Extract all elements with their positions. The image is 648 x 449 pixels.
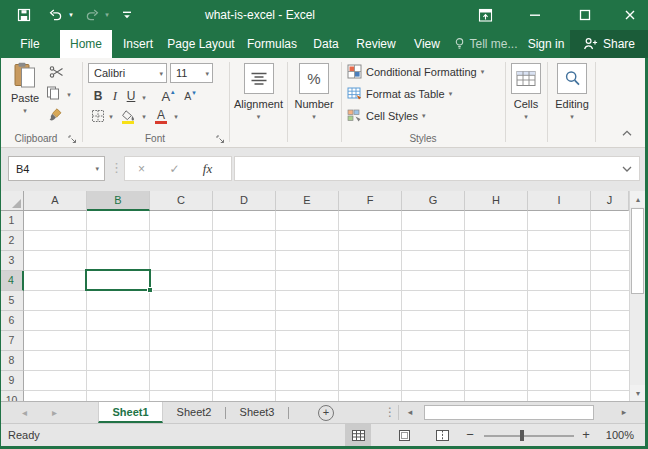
format-as-table-button[interactable]: Format as Table ▾ [347,86,452,101]
column-header-h[interactable]: H [465,191,528,211]
normal-view-button[interactable] [345,424,371,446]
font-dialog-launcher[interactable] [216,135,226,145]
column-header-c[interactable]: C [150,191,213,211]
column-header-f[interactable]: F [339,191,402,211]
close-button[interactable] [614,0,646,30]
collapse-ribbon-button[interactable] [616,126,638,140]
sign-in-button[interactable]: Sign in [522,30,570,58]
page-break-preview-button[interactable] [429,424,455,446]
cancel-button[interactable]: × [125,162,158,176]
alignment-button[interactable]: Alignment ▾ [230,63,287,120]
row-header-2[interactable]: 2 [0,231,24,251]
undo-button[interactable] [46,0,66,30]
bold-button[interactable]: B [90,87,106,105]
scroll-down-button[interactable]: ▾ [630,385,646,401]
borders-dropdown[interactable]: ▾ [106,111,116,121]
maximize-button[interactable] [570,0,600,30]
vertical-scrollbar-thumb[interactable] [631,208,644,294]
number-button[interactable]: % Number ▾ [289,63,339,120]
tell-me-box[interactable]: Tell me... [450,30,522,58]
column-header-j[interactable]: J [591,191,629,211]
name-box[interactable]: B4 ▾ [8,156,105,181]
increase-font-size-button[interactable]: A ▴ [158,87,178,105]
zoom-level[interactable]: 100% [596,424,634,446]
tab-home[interactable]: Home [60,30,112,58]
redo-button[interactable] [82,0,102,30]
scroll-right-button[interactable]: ▸ [616,402,632,423]
underline-button[interactable]: U [124,87,138,105]
fill-handle[interactable] [147,287,153,293]
previous-sheet-button[interactable]: ◂ [22,402,27,423]
row-header-9[interactable]: 9 [0,371,24,391]
row-header-1[interactable]: 1 [0,211,24,231]
clipboard-dialog-launcher[interactable] [68,135,78,145]
tab-data[interactable]: Data [304,30,348,58]
scroll-left-button[interactable]: ◂ [402,402,418,423]
share-button[interactable]: Share [570,30,648,58]
next-sheet-button[interactable]: ▸ [52,402,57,423]
zoom-slider-track[interactable] [484,435,574,437]
selected-cell-b4[interactable] [85,269,151,291]
row-header-6[interactable]: 6 [0,311,24,331]
column-header-b-selected[interactable]: B [87,191,150,211]
fill-color-button[interactable] [121,107,137,125]
editing-button[interactable]: Editing ▾ [551,63,593,120]
conditional-formatting-button[interactable]: Conditional Formatting ▾ [347,64,484,79]
zoom-out-button[interactable]: − [462,424,478,446]
tab-view[interactable]: View [404,30,450,58]
cell-grid[interactable] [24,211,629,401]
zoom-slider-thumb[interactable] [520,430,524,441]
font-size-combo[interactable]: 11 ▾ [170,63,213,83]
copy-dropdown[interactable]: ▾ [64,89,74,99]
scroll-up-button[interactable]: ▴ [630,191,646,207]
ribbon-display-options-button[interactable] [470,0,500,30]
tab-review[interactable]: Review [348,30,404,58]
sheet-bar-grip[interactable]: ⋮ [384,402,396,423]
row-header-10[interactable]: 10 [0,391,24,401]
vertical-scrollbar[interactable]: ▴ ▾ [629,191,645,401]
underline-dropdown[interactable]: ▾ [139,92,149,102]
select-all-button[interactable] [0,191,24,211]
horizontal-scrollbar-thumb[interactable] [424,405,594,420]
cut-button[interactable] [46,64,68,80]
row-header-7[interactable]: 7 [0,331,24,351]
row-header-4-selected[interactable]: 4 [0,271,24,291]
sheet-tab-sheet1[interactable]: Sheet1 [98,402,163,423]
copy-button[interactable] [44,85,62,101]
save-button[interactable] [12,0,36,30]
column-header-i[interactable]: I [528,191,591,211]
font-color-button[interactable]: A [153,107,169,125]
page-layout-view-button[interactable] [391,424,417,446]
sheet-tab-sheet2[interactable]: Sheet2 [165,402,223,423]
tab-insert[interactable]: Insert [114,30,162,58]
undo-dropdown[interactable]: ▾ [66,0,76,30]
zoom-in-button[interactable]: + [578,424,594,446]
column-header-d[interactable]: D [213,191,276,211]
fill-color-dropdown[interactable]: ▾ [139,111,149,121]
formula-input[interactable] [234,156,640,181]
format-painter-button[interactable] [45,107,65,124]
enter-button[interactable]: ✓ [158,162,191,176]
column-header-e[interactable]: E [276,191,339,211]
formula-bar-grip[interactable]: ⋮ [110,157,123,179]
sheet-tab-sheet3[interactable]: Sheet3 [228,402,286,423]
tab-page-layout[interactable]: Page Layout [162,30,240,58]
tab-formulas[interactable]: Formulas [240,30,304,58]
font-color-dropdown[interactable]: ▾ [171,111,181,121]
cell-styles-button[interactable]: Cell Styles ▾ [347,108,425,123]
borders-button[interactable] [90,108,105,124]
new-sheet-button[interactable]: + [318,405,334,421]
italic-button[interactable]: I [108,87,122,105]
paste-button[interactable]: Paste ▾ [6,62,44,114]
column-header-a[interactable]: A [24,191,87,211]
column-header-g[interactable]: G [402,191,465,211]
row-header-5[interactable]: 5 [0,291,24,311]
cells-button[interactable]: Cells ▾ [508,63,544,120]
tab-file[interactable]: File [8,30,52,58]
decrease-font-size-button[interactable]: A ▾ [181,87,199,105]
row-header-3[interactable]: 3 [0,251,24,271]
font-family-combo[interactable]: Calibri ▾ [88,63,167,83]
insert-function-button[interactable]: fx [191,161,224,177]
minimize-button[interactable] [520,0,550,30]
row-header-8[interactable]: 8 [0,351,24,371]
